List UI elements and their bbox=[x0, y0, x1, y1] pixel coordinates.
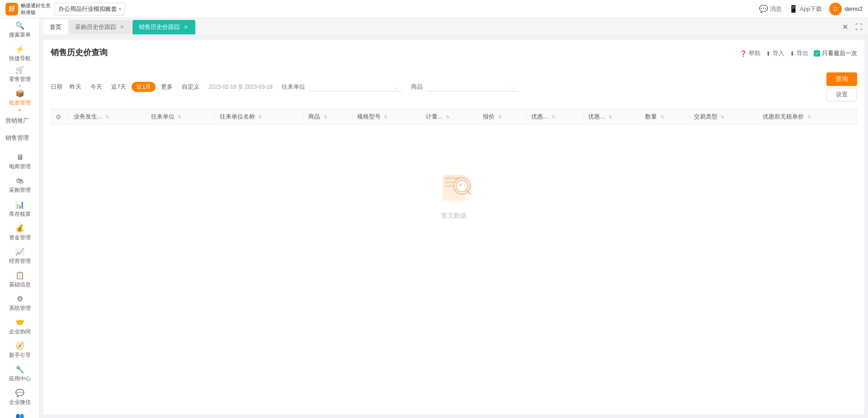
sidebar-item-marketing[interactable]: 营销推广 bbox=[0, 112, 39, 129]
sidebar-item-enterprise-collab[interactable]: 🤝 企业协同 bbox=[0, 315, 39, 338]
empty-illustration bbox=[431, 161, 476, 206]
sort-icon-unit: ⇅ bbox=[446, 114, 449, 119]
system-icon: ⚙ bbox=[17, 294, 23, 303]
table-column-quantity[interactable]: 数量 ⇅ bbox=[641, 109, 689, 125]
sidebar-item-retail-mgmt[interactable]: 🛒 零售管理 ▾ bbox=[0, 65, 39, 89]
page-title: 销售历史价查询 bbox=[51, 47, 108, 58]
sidebar-item-app-center[interactable]: 🔧 应用中心 bbox=[0, 362, 39, 385]
sort-icon-product: ⇅ bbox=[324, 114, 327, 119]
sidebar-item-inventory-check[interactable]: 📊 库存核算 bbox=[0, 197, 39, 221]
product-dots[interactable]: ... bbox=[509, 84, 518, 90]
date-label: 日期 bbox=[51, 83, 62, 91]
sort-icon-biz-date: ⇅ bbox=[105, 114, 109, 119]
empty-text: 暂无数据 bbox=[441, 212, 467, 220]
sidebar-item-wholesale-mgmt[interactable]: 📦 批发管理 ▴ bbox=[0, 89, 39, 112]
from-unit-filter: 往来单位 ... bbox=[282, 82, 402, 91]
app-selector[interactable]: 办公用品行业模拟账套 ▾ bbox=[54, 3, 125, 15]
date-btn-7days[interactable]: 近7天 bbox=[108, 82, 130, 92]
table-column-product[interactable]: 商品 ⇅ bbox=[304, 109, 352, 125]
sidebar-item-basic-info[interactable]: 📋 基础信息 bbox=[0, 268, 39, 291]
table-column-unit-name[interactable]: 往来单位名称 ⇅ bbox=[215, 109, 304, 125]
table-column-settings: ⚙ bbox=[51, 109, 69, 125]
table-column-discount1[interactable]: 优惠... ⇅ bbox=[527, 109, 584, 125]
logo-text: 畅捷通好生意 标准版 bbox=[21, 2, 51, 15]
export-icon: ⬇ bbox=[790, 50, 795, 57]
product-filter: 商品 ... bbox=[411, 82, 519, 91]
header-right: 💬 消息 📱 App下载 D demo2 bbox=[759, 3, 863, 15]
checkbox-checked-icon: ✓ bbox=[814, 50, 820, 57]
import-action[interactable]: ⬆ 导入 bbox=[766, 49, 784, 57]
import-icon: ⬆ bbox=[766, 50, 771, 57]
table-column-unit-code[interactable]: 往来单位 ⇅ bbox=[146, 109, 215, 125]
only-last-checkbox[interactable]: ✓ 只看最后一次 bbox=[814, 49, 857, 57]
tab-sales-history[interactable]: 销售历史价跟踪 ✕ bbox=[132, 20, 195, 34]
filter-row: 日期 昨天 今天 近7天 近1月 更多 自定义 2023-02-18 至 202… bbox=[51, 72, 857, 101]
tab-maximize-icon[interactable]: ⛶ bbox=[854, 21, 864, 33]
sidebar-item-search-menu[interactable]: 🔍 搜索菜单 bbox=[0, 18, 39, 42]
table-column-biz-date[interactable]: 业务发生... ⇅ bbox=[69, 109, 146, 125]
table-column-unit[interactable]: 计量... ⇅ bbox=[421, 109, 478, 125]
user-name[interactable]: demo2 bbox=[844, 5, 863, 12]
table-column-discount2[interactable]: 优惠... ⇅ bbox=[584, 109, 641, 125]
date-btn-today[interactable]: 今天 bbox=[87, 82, 106, 92]
message-action[interactable]: 💬 消息 bbox=[759, 5, 782, 13]
from-unit-input[interactable] bbox=[311, 83, 392, 90]
phone-icon: 📱 bbox=[789, 5, 798, 13]
date-btn-more[interactable]: 更多 bbox=[157, 82, 176, 92]
product-label: 商品 bbox=[411, 83, 423, 91]
member-icon: 👥 bbox=[15, 412, 24, 418]
sort-icon-discount1: ⇅ bbox=[552, 114, 555, 119]
operation-icon: 📈 bbox=[15, 247, 24, 256]
date-btn-1month[interactable]: 近1月 bbox=[132, 82, 156, 92]
user-area[interactable]: D demo2 bbox=[829, 3, 863, 15]
sidebar-item-quick-nav[interactable]: ⚡ 快捷导航 bbox=[0, 42, 39, 65]
search-icon: 🔍 bbox=[15, 21, 24, 30]
tab-close-all-icon[interactable]: ✕ bbox=[840, 21, 850, 33]
from-unit-label: 往来单位 bbox=[282, 83, 305, 91]
sort-icon-spec: ⇅ bbox=[384, 114, 387, 119]
ecommerce-icon: 🖥 bbox=[16, 153, 24, 162]
sidebar-item-sales-mgmt[interactable]: 销售管理 bbox=[0, 129, 39, 147]
date-range-display: 2023-02-18 至 2023-03-18 bbox=[208, 83, 272, 91]
table-column-spec[interactable]: 规格型号 ⇅ bbox=[352, 109, 421, 125]
inventory-icon: 📊 bbox=[15, 200, 24, 209]
table-column-quote[interactable]: 报价 ⇅ bbox=[478, 109, 526, 125]
table-column-pre-tax-price[interactable]: 优惠前无税单价 ⇅ bbox=[758, 109, 857, 125]
export-action[interactable]: ⬇ 导出 bbox=[790, 49, 808, 57]
empty-state: 暂无数据 bbox=[51, 125, 857, 256]
product-input-wrap: ... bbox=[426, 82, 519, 91]
date-btn-custom[interactable]: 自定义 bbox=[178, 82, 203, 92]
data-table: ⚙ 业务发生... ⇅ 往来单位 ⇅ 往来单位名称 ⇅ bbox=[51, 109, 857, 125]
message-icon: 💬 bbox=[759, 5, 768, 13]
sidebar-item-system-mgmt[interactable]: ⚙ 系统管理 bbox=[0, 291, 39, 315]
sidebar-item-ecommerce-mgmt[interactable]: 🖥 电商管理 bbox=[0, 150, 39, 174]
product-input[interactable] bbox=[428, 83, 509, 90]
tab-home[interactable]: 首页 bbox=[43, 20, 68, 34]
sidebar-item-capital-mgmt[interactable]: 💰 资金管理 bbox=[0, 221, 39, 244]
help-action[interactable]: ❓ 帮助 bbox=[740, 49, 760, 57]
sidebar-item-member[interactable]: 👥 畅会员 bbox=[0, 409, 39, 418]
query-buttons: 查询 设置 bbox=[826, 72, 857, 101]
settings-button[interactable]: 设置 bbox=[826, 88, 857, 101]
app-download-action[interactable]: 📱 App下载 bbox=[789, 5, 822, 13]
tab-close-purchase-history[interactable]: ✕ bbox=[119, 23, 125, 31]
table-gear-icon[interactable]: ⚙ bbox=[56, 113, 61, 120]
sidebar-item-enterprise-wechat[interactable]: 💬 企业微信 bbox=[0, 385, 39, 409]
sidebar-item-operation-mgmt[interactable]: 📈 经营管理 bbox=[0, 244, 39, 268]
sort-icon-quantity: ⇅ bbox=[660, 114, 664, 119]
tab-close-sales-history[interactable]: ✕ bbox=[183, 23, 189, 31]
query-button[interactable]: 查询 bbox=[826, 72, 857, 86]
from-unit-dots[interactable]: ... bbox=[392, 84, 400, 90]
table-column-trade-type[interactable]: 交易类型 ⇅ bbox=[689, 109, 758, 125]
sort-icon-unit-name: ⇅ bbox=[258, 114, 262, 119]
sidebar-item-purchase-mgmt[interactable]: 🛍 采购管理 bbox=[0, 174, 39, 197]
table-header: ⚙ 业务发生... ⇅ 往来单位 ⇅ 往来单位名称 ⇅ bbox=[51, 109, 857, 125]
tab-purchase-history[interactable]: 采购历史价跟踪 ✕ bbox=[69, 20, 132, 34]
capital-icon: 💰 bbox=[15, 224, 24, 233]
sidebar-item-new-guide[interactable]: 🧭 新手引导 bbox=[0, 338, 39, 362]
logo-icon: 好 bbox=[5, 3, 18, 15]
app-center-icon: 🔧 bbox=[15, 365, 24, 374]
header-left: 好 畅捷通好生意 标准版 办公用品行业模拟账套 ▾ bbox=[5, 2, 125, 15]
sort-icon-trade-type: ⇅ bbox=[721, 114, 724, 119]
date-btn-yesterday[interactable]: 昨天 bbox=[66, 82, 85, 92]
